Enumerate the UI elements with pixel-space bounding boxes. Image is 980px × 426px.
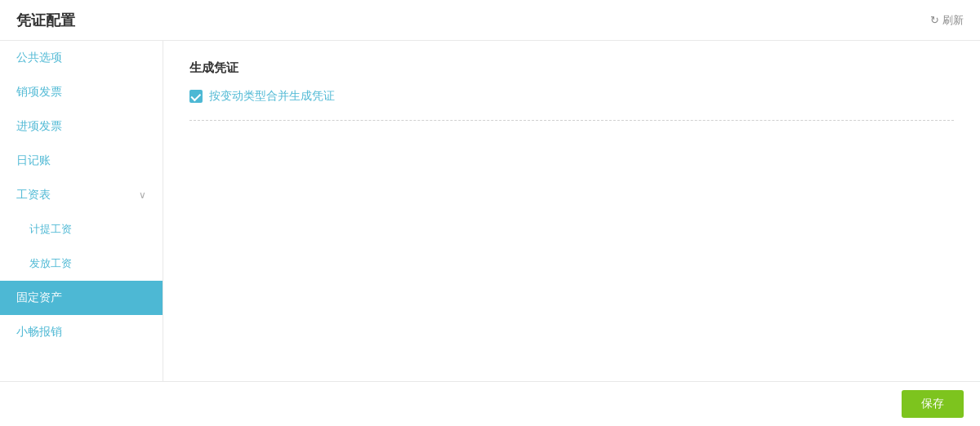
page-header: 凭证配置 ↻ 刷新 — [0, 0, 980, 41]
page-wrapper: 凭证配置 ↻ 刷新 公共选项销项发票进项发票日记账工资表∨计提工资发放工资固定资… — [0, 0, 980, 426]
sidebar-item-label: 固定资产 — [16, 291, 62, 305]
page-footer: 保存 — [0, 381, 980, 426]
merge-voucher-checkbox[interactable] — [189, 90, 203, 103]
sidebar-item-public-options[interactable]: 公共选项 — [0, 41, 163, 75]
sidebar-item-label: 小畅报销 — [16, 325, 62, 339]
main-content: 生成凭证 按变动类型合并生成凭证 — [163, 41, 980, 381]
sidebar-item-label: 计提工资 — [29, 222, 72, 237]
sidebar-item-expense-report[interactable]: 小畅报销 — [0, 315, 163, 349]
sidebar-item-label: 进项发票 — [16, 119, 62, 134]
sidebar-item-payroll-table[interactable]: 工资表∨ — [0, 178, 163, 212]
page-title: 凭证配置 — [16, 11, 75, 30]
refresh-label: 刷新 — [942, 13, 964, 28]
chevron-down-icon: ∨ — [139, 189, 146, 201]
refresh-button[interactable]: ↻ 刷新 — [930, 13, 964, 28]
sidebar-item-sales-invoice[interactable]: 销项发票 — [0, 75, 163, 109]
page-body: 公共选项销项发票进项发票日记账工资表∨计提工资发放工资固定资产小畅报销 生成凭证… — [0, 41, 980, 381]
sidebar-item-calculate-salary[interactable]: 计提工资 — [0, 212, 163, 246]
sidebar-item-label: 公共选项 — [16, 51, 62, 65]
sidebar: 公共选项销项发票进项发票日记账工资表∨计提工资发放工资固定资产小畅报销 — [0, 41, 163, 381]
sidebar-item-label: 工资表 — [16, 188, 51, 202]
sidebar-item-label: 日记账 — [16, 153, 51, 168]
sidebar-item-label: 发放工资 — [29, 256, 72, 271]
refresh-icon: ↻ — [930, 14, 939, 26]
save-button[interactable]: 保存 — [902, 390, 964, 418]
sidebar-item-pay-salary[interactable]: 发放工资 — [0, 246, 163, 281]
sidebar-item-fixed-assets[interactable]: 固定资产 — [0, 281, 163, 315]
checkbox-row: 按变动类型合并生成凭证 — [189, 89, 954, 104]
sidebar-item-label: 销项发票 — [16, 85, 62, 100]
sidebar-item-purchase-invoice[interactable]: 进项发票 — [0, 109, 163, 144]
sidebar-item-journal[interactable]: 日记账 — [0, 144, 163, 178]
section-divider — [189, 120, 954, 121]
section-title: 生成凭证 — [189, 60, 954, 76]
merge-voucher-label[interactable]: 按变动类型合并生成凭证 — [209, 89, 335, 104]
